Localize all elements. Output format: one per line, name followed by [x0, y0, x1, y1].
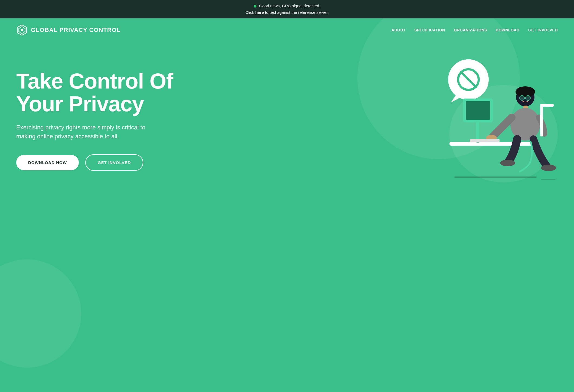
- svg-point-26: [510, 108, 540, 141]
- svg-point-19: [516, 86, 535, 97]
- nav-link-specification[interactable]: SPECIFICATION: [414, 28, 445, 32]
- download-now-button[interactable]: DOWNLOAD NOW: [16, 155, 79, 170]
- nav-link-download[interactable]: DOWNLOAD: [496, 28, 520, 32]
- nav-link-get-involved[interactable]: GET INVOLVED: [528, 28, 558, 32]
- nav-item-download[interactable]: DOWNLOAD: [496, 28, 520, 32]
- nav-links: ABOUT SPECIFICATION ORGANIZATIONS DOWNLO…: [392, 28, 558, 32]
- logo-area[interactable]: GLOBAL PRIVACY CONTROL: [16, 24, 120, 36]
- hero-headline: Take Control Of Your Privacy: [16, 70, 184, 115]
- nav-item-specification[interactable]: SPECIFICATION: [414, 28, 445, 32]
- svg-point-24: [526, 96, 530, 100]
- logo-icon: [16, 24, 28, 36]
- hero-svg-illustration: [428, 53, 558, 188]
- hero-section: GLOBAL PRIVACY CONTROL ABOUT SPECIFICATI…: [0, 18, 574, 392]
- nav-item-get-involved[interactable]: GET INVOLVED: [528, 28, 558, 32]
- svg-rect-14: [449, 142, 536, 146]
- announcement-text-suffix: to test against the reference server.: [264, 10, 329, 15]
- hero-text: Take Control Of Your Privacy Exercising …: [16, 70, 184, 171]
- nav-item-organizations[interactable]: ORGANIZATIONS: [454, 28, 487, 32]
- svg-rect-31: [540, 104, 554, 107]
- navbar: GLOBAL PRIVACY CONTROL ABOUT SPECIFICATI…: [0, 18, 574, 42]
- svg-point-29: [541, 165, 556, 171]
- hero-content: Take Control Of Your Privacy Exercising …: [0, 42, 574, 204]
- svg-rect-30: [540, 104, 543, 136]
- announcement-link[interactable]: here: [255, 10, 264, 15]
- status-dot: [254, 5, 256, 8]
- nav-link-organizations[interactable]: ORGANIZATIONS: [454, 28, 487, 32]
- announcement-text-prefix: Click: [245, 10, 255, 15]
- nav-link-about[interactable]: ABOUT: [392, 28, 406, 32]
- announcement-bar: Good news, GPC signal detected. Click he…: [0, 0, 574, 18]
- svg-point-28: [500, 160, 515, 166]
- hero-subtext: Exercising privacy rights more simply is…: [16, 123, 162, 141]
- svg-point-2: [21, 29, 23, 31]
- hero-illustration: [428, 53, 558, 188]
- svg-rect-32: [470, 139, 500, 142]
- get-involved-button[interactable]: GET INVOLVED: [85, 154, 144, 171]
- hero-buttons: DOWNLOAD NOW GET INVOLVED: [16, 154, 184, 171]
- announcement-text-line1: Good news, GPC signal detected.: [259, 4, 320, 8]
- logo-text: GLOBAL PRIVACY CONTROL: [31, 27, 120, 34]
- svg-point-23: [520, 96, 524, 100]
- svg-rect-17: [466, 101, 490, 120]
- nav-item-about[interactable]: ABOUT: [392, 28, 406, 32]
